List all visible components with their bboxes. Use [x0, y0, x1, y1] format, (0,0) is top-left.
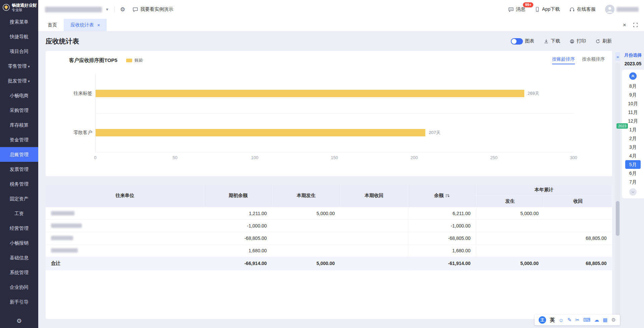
- cloud-icon[interactable]: ☁: [594, 317, 599, 323]
- sidebar-item-label: 零售管理: [8, 63, 27, 69]
- customer-name-link[interactable]: [46, 232, 204, 244]
- month-item[interactable]: 6月: [622, 169, 644, 178]
- sidebar-item-collaboration[interactable]: 企业协同: [0, 280, 38, 294]
- sidebar-item-general-ledger[interactable]: 总账管理: [0, 147, 38, 162]
- fullscreen-icon[interactable]: [633, 22, 638, 27]
- download-icon: [544, 39, 549, 44]
- sidebar-item-search-menu[interactable]: 搜索菜单: [0, 14, 38, 29]
- axis-line: [96, 152, 574, 152]
- customer-name-blurred: [51, 248, 78, 253]
- tab-home[interactable]: 首页: [41, 19, 64, 31]
- messages-label: 消息: [516, 6, 525, 12]
- month-item[interactable]: 10月: [622, 99, 644, 108]
- cell-received: [340, 219, 408, 232]
- total-label[interactable]: 合计: [51, 260, 60, 266]
- col-header-received[interactable]: 本期收回: [340, 185, 408, 207]
- content-area: 应收统计表 图表 下载 打印 刷新: [38, 31, 644, 328]
- sidebar-item-wholesale[interactable]: 批发管理▼: [0, 73, 38, 88]
- chart-toggle[interactable]: [511, 38, 523, 45]
- month-item[interactable]: 2月: [622, 134, 644, 143]
- month-item[interactable]: 4月: [622, 151, 644, 160]
- month-item-active[interactable]: 5月: [625, 160, 641, 169]
- customer-name-link[interactable]: [46, 219, 204, 232]
- month-item[interactable]: 3月: [622, 143, 644, 151]
- sidebar-item-tax[interactable]: 税务管理: [0, 177, 38, 191]
- pen-icon[interactable]: ✎: [568, 317, 572, 323]
- sidebar-item-system[interactable]: 系统管理: [0, 265, 38, 280]
- keyboard-icon[interactable]: ⌨: [583, 317, 591, 323]
- close-icon[interactable]: ×: [97, 23, 100, 27]
- sort-by-balance-tab[interactable]: 按余额排序: [582, 56, 605, 64]
- close-all-tabs-icon[interactable]: ×: [623, 22, 626, 28]
- col-header-ytd-received[interactable]: 收回: [544, 195, 612, 207]
- month-item[interactable]: 8月: [622, 82, 644, 90]
- app-download-button[interactable]: App下载: [535, 6, 560, 12]
- refresh-button[interactable]: 刷新: [595, 38, 612, 44]
- scissors-icon[interactable]: ✂: [575, 317, 580, 323]
- cell-occurred: [272, 244, 340, 257]
- sidebar-item-project-contract[interactable]: 项目合同: [0, 44, 38, 59]
- col-header-occurred[interactable]: 本期发生: [272, 185, 340, 207]
- sidebar-settings-gear-icon[interactable]: ⚙: [0, 317, 38, 325]
- demo-link[interactable]: 我要看实例演示: [132, 6, 173, 12]
- brand-diamond-icon: [3, 3, 10, 12]
- app-edition: 专业版: [12, 8, 37, 12]
- sidebar-item-reimburse[interactable]: 小畅报销: [0, 236, 38, 250]
- app-download-label: App下载: [542, 6, 560, 12]
- sidebar-item-fixed-assets[interactable]: 固定资产: [0, 191, 38, 206]
- sidebar-item-retail[interactable]: 零售管理▼: [0, 59, 38, 73]
- company-selector[interactable]: ▼: [45, 7, 109, 12]
- month-item[interactable]: 11月: [622, 108, 644, 117]
- vertical-scrollbar[interactable]: [615, 63, 620, 319]
- total-ytd-received: 68,805.00: [544, 257, 612, 270]
- user-account[interactable]: [605, 5, 639, 14]
- customer-name-link[interactable]: [46, 244, 204, 257]
- bar-customer-1[interactable]: [96, 90, 524, 97]
- sidebar-item-base-info[interactable]: 基础信息: [0, 250, 38, 265]
- sidebar-item-inventory[interactable]: 库存核算: [0, 118, 38, 132]
- ime-settings-gear-icon[interactable]: ⚙: [611, 317, 616, 323]
- ime-logo-icon[interactable]: 王: [539, 316, 546, 324]
- download-button[interactable]: 下载: [544, 38, 560, 44]
- sidebar-item-beginner-guide[interactable]: 新手引导: [0, 294, 38, 309]
- sidebar-item-label: 批发管理: [8, 78, 27, 83]
- print-button[interactable]: 打印: [570, 38, 586, 44]
- col-header-balance[interactable]: 余额: [408, 185, 476, 207]
- col-header-ytd-occurred[interactable]: 发生: [476, 195, 544, 207]
- tab-receivable-report[interactable]: 应收统计表 ×: [64, 19, 107, 31]
- sidebar-item-ecommerce[interactable]: 小畅电商: [0, 88, 38, 103]
- scroll-months-down-icon[interactable]: [629, 188, 637, 196]
- sidebar-item-operations[interactable]: 经营管理: [0, 221, 38, 236]
- gear-icon[interactable]: ⚙: [120, 6, 125, 13]
- sidebar-item-invoice[interactable]: 发票管理: [0, 162, 38, 177]
- col-header-balance-label: 余额: [434, 193, 443, 199]
- month-item[interactable]: 7月: [622, 178, 644, 186]
- customer-name-link[interactable]: [46, 207, 204, 219]
- sidebar-item-quick-nav[interactable]: 快捷导航: [0, 29, 38, 44]
- sidebar-item-payroll[interactable]: 工资: [0, 206, 38, 221]
- online-service-button[interactable]: 在线客服: [569, 6, 596, 12]
- messages-button[interactable]: 99+ 消息: [508, 6, 525, 12]
- collapse-panel-button[interactable]: »: [615, 52, 620, 61]
- bar-customer-2[interactable]: [96, 129, 425, 136]
- sidebar-item-purchase[interactable]: 采购管理: [0, 103, 38, 118]
- sidebar-item-label: 资金管理: [10, 137, 29, 142]
- x-tick: 150: [331, 155, 338, 160]
- legend-swatch: [126, 59, 132, 62]
- col-header-unit[interactable]: 往来单位: [46, 185, 204, 207]
- emoji-icon[interactable]: ☺: [558, 317, 564, 323]
- cell-balance: 6,211.00: [408, 207, 476, 219]
- col-header-opening[interactable]: 期初余额: [204, 185, 272, 207]
- month-item[interactable]: 9月: [622, 90, 644, 99]
- ime-language-toggle[interactable]: 英: [550, 317, 555, 323]
- sidebar-item-funds[interactable]: 资金管理: [0, 132, 38, 147]
- sort-by-age-tab[interactable]: 按账龄排序: [552, 56, 575, 64]
- receivable-table: 往来单位 期初余额 本期发生 本期收回 余额 本年累计 发生 收回: [46, 185, 612, 270]
- sort-icon[interactable]: [445, 193, 450, 198]
- chart-legend[interactable]: 账龄: [126, 57, 143, 63]
- scrollbar-thumb[interactable]: [616, 201, 620, 236]
- cell-ytd-received: 68,805.00: [544, 232, 612, 244]
- toolbox-icon[interactable]: ▦: [603, 317, 607, 323]
- sidebar-item-label: 经营管理: [10, 225, 29, 231]
- scroll-months-up-icon[interactable]: [629, 72, 637, 80]
